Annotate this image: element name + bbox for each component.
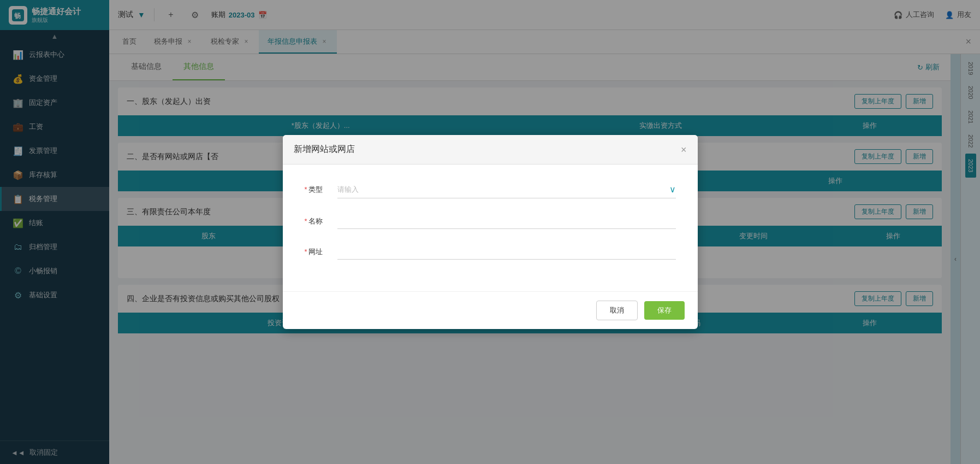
url-input[interactable]: [337, 244, 676, 260]
form-label-type: *类型: [305, 185, 337, 195]
form-field-type: *类型 请输入 ∨: [305, 181, 676, 198]
required-star-name: *: [305, 217, 307, 225]
name-input[interactable]: [337, 214, 676, 229]
type-select-arrow-icon: ∨: [669, 184, 676, 195]
dialog-body: *类型 请输入 ∨ *名称 *网址: [283, 165, 698, 291]
dialog-footer: 取消 保存: [283, 291, 698, 329]
add-website-dialog: 新增网站或网店 × *类型 请输入 ∨ *名称: [283, 135, 698, 329]
required-star-type: *: [305, 185, 307, 193]
dialog-close-btn[interactable]: ×: [681, 145, 687, 155]
type-select-text: 请输入: [337, 185, 669, 195]
dialog-overlay: 新增网站或网店 × *类型 请输入 ∨ *名称: [0, 0, 980, 464]
form-label-url: *网址: [305, 247, 337, 257]
dialog-title: 新增网站或网店: [294, 144, 355, 155]
cancel-button[interactable]: 取消: [596, 301, 638, 320]
form-field-name: *名称: [305, 214, 676, 229]
type-select[interactable]: 请输入 ∨: [337, 181, 676, 198]
required-star-url: *: [305, 248, 307, 256]
save-button[interactable]: 保存: [644, 301, 685, 320]
form-label-name: *名称: [305, 216, 337, 226]
dialog-header: 新增网站或网店 ×: [283, 135, 698, 165]
form-field-url: *网址: [305, 244, 676, 260]
